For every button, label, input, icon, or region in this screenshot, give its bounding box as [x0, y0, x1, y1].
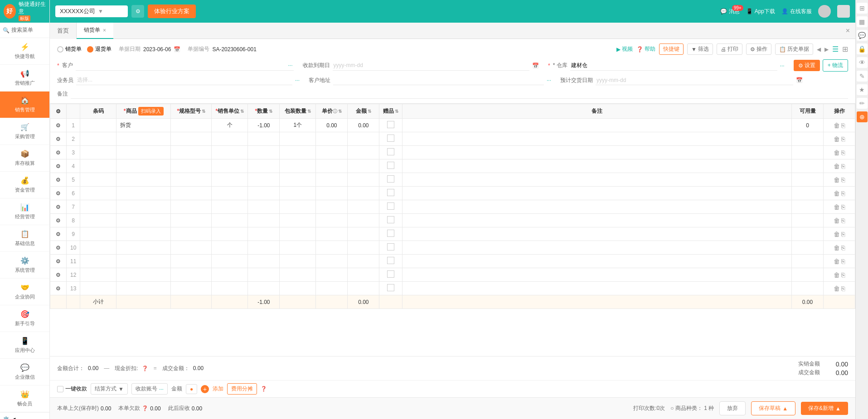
payment-method-select[interactable]: 结算方式 ▼: [91, 383, 128, 395]
delete-icon[interactable]: 🗑: [834, 122, 840, 129]
row-packqty[interactable]: [280, 187, 316, 200]
row-qty[interactable]: [248, 146, 280, 159]
sidebar-item-ops[interactable]: 📊 经营管理: [0, 198, 49, 225]
payment-calendar-icon[interactable]: 📅: [532, 63, 539, 69]
gift-checkbox[interactable]: [387, 162, 394, 169]
next-icon[interactable]: ▶: [824, 46, 829, 53]
row-spec[interactable]: [171, 268, 212, 282]
row-unit[interactable]: [212, 214, 248, 227]
row-product[interactable]: [116, 241, 171, 255]
row-barcode[interactable]: [80, 241, 116, 255]
row-settings[interactable]: ⚙: [50, 241, 67, 255]
row-product[interactable]: [116, 132, 171, 146]
detail-view-icon[interactable]: ⊞: [842, 45, 848, 53]
prev-icon[interactable]: ◀: [817, 46, 821, 53]
row-qty[interactable]: [248, 200, 280, 214]
sidebar-item-member[interactable]: 👑 畅会员: [0, 385, 49, 412]
tab-close-icon[interactable]: ×: [103, 27, 106, 34]
row-spec[interactable]: [171, 159, 212, 173]
print-button[interactable]: 🖨 打印: [717, 43, 742, 55]
row-unit[interactable]: [212, 132, 248, 146]
customer-addr-input[interactable]: [333, 75, 544, 85]
topbar-settings-button[interactable]: ⚙: [131, 5, 144, 18]
row-packqty[interactable]: [280, 173, 316, 187]
row-qty[interactable]: [248, 255, 280, 268]
row-gift[interactable]: [379, 173, 402, 187]
row-price[interactable]: [316, 268, 348, 282]
row-packqty[interactable]: [280, 241, 316, 255]
row-barcode[interactable]: [80, 255, 116, 268]
company-selector[interactable]: XXXXXX公司 ▼: [55, 5, 128, 17]
row-price[interactable]: [316, 241, 348, 255]
warehouse-input[interactable]: 建材仓: [570, 61, 777, 71]
sidebar-item-quick-nav[interactable]: ⚡ 快捷导航: [0, 38, 49, 65]
row-packqty[interactable]: [280, 159, 316, 173]
row-amount[interactable]: [348, 146, 379, 159]
row-gift[interactable]: [379, 187, 402, 200]
copy-icon[interactable]: ⎘: [841, 176, 845, 183]
tab-home[interactable]: 首页: [50, 23, 77, 39]
row-gift[interactable]: [379, 146, 402, 159]
help-link[interactable]: ❓ 帮助: [636, 45, 655, 53]
row-spec[interactable]: [171, 214, 212, 227]
row-qty[interactable]: -1.00: [248, 119, 280, 132]
sidebar-item-system[interactable]: ⚙️ 系统管理: [0, 252, 49, 279]
row-unit[interactable]: [212, 282, 248, 295]
right-btn-grid1[interactable]: ▦: [857, 16, 868, 27]
one-key-payment[interactable]: 一键收款: [57, 385, 87, 393]
one-key-checkbox[interactable]: [57, 386, 63, 392]
sidebar-item-inventory[interactable]: 📦 库存核算: [0, 145, 49, 172]
delete-icon[interactable]: 🗑: [834, 217, 840, 224]
row-qty[interactable]: [248, 227, 280, 241]
copy-icon[interactable]: ⎘: [841, 258, 845, 265]
gift-checkbox[interactable]: [387, 189, 394, 196]
row-amount[interactable]: [348, 159, 379, 173]
delete-icon[interactable]: 🗑: [834, 190, 840, 197]
gift-checkbox[interactable]: [387, 148, 394, 155]
row-barcode[interactable]: [80, 159, 116, 173]
setting-button[interactable]: ⚙ 设置: [794, 60, 820, 71]
sidebar-item-marketing[interactable]: 📢 营销推广: [0, 65, 49, 92]
row-product[interactable]: [116, 200, 171, 214]
row-price[interactable]: [316, 227, 348, 241]
online-service-button[interactable]: 👤 在线客服: [781, 8, 812, 15]
question-icon[interactable]: ❓: [142, 366, 148, 371]
add-label[interactable]: 添加: [213, 385, 223, 393]
row-remark[interactable]: [402, 187, 792, 200]
row-settings[interactable]: ⚙: [50, 187, 67, 200]
row-qty[interactable]: [248, 132, 280, 146]
delete-icon[interactable]: 🗑: [834, 135, 840, 143]
row-unit[interactable]: 个: [212, 119, 248, 132]
row-product[interactable]: [116, 146, 171, 159]
copy-icon[interactable]: ⎘: [841, 244, 845, 251]
row-product[interactable]: [116, 214, 171, 227]
delete-icon[interactable]: 🗑: [834, 176, 840, 183]
sidebar-item-purchase[interactable]: 🛒 采购管理: [0, 118, 49, 145]
row-unit[interactable]: [212, 200, 248, 214]
right-btn-grid2[interactable]: ⊞: [857, 3, 868, 14]
row-remark[interactable]: [402, 119, 792, 132]
row-qty[interactable]: [248, 159, 280, 173]
gift-checkbox[interactable]: [387, 270, 394, 278]
delete-icon[interactable]: 🗑: [834, 271, 840, 279]
sidebar-item-apps[interactable]: 📱 应用中心: [0, 332, 49, 359]
row-spec[interactable]: [171, 119, 212, 132]
copy-icon[interactable]: ⎘: [841, 190, 845, 197]
amount-field[interactable]: ●: [186, 384, 197, 394]
row-packqty[interactable]: 1个: [280, 119, 316, 132]
row-barcode[interactable]: [80, 146, 116, 159]
row-remark[interactable]: [402, 159, 792, 173]
row-packqty[interactable]: [280, 268, 316, 282]
radio-sales-order[interactable]: 销货单: [57, 45, 82, 53]
row-settings[interactable]: ⚙: [50, 146, 67, 159]
row-product[interactable]: [116, 227, 171, 241]
row-gift[interactable]: [379, 241, 402, 255]
row-packqty[interactable]: [280, 255, 316, 268]
sidebar-item-guide[interactable]: 🎯 新手引导: [0, 305, 49, 332]
calendar-icon[interactable]: 📅: [174, 46, 180, 53]
row-unit[interactable]: [212, 173, 248, 187]
row-barcode[interactable]: [80, 187, 116, 200]
row-amount[interactable]: [348, 200, 379, 214]
row-price[interactable]: [316, 282, 348, 295]
row-amount[interactable]: [348, 227, 379, 241]
